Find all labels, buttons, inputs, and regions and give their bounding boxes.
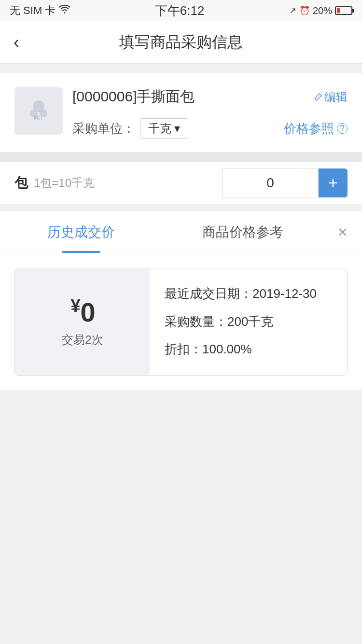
price-number: 0	[80, 296, 94, 327]
quantity-plus-button[interactable]: +	[319, 168, 348, 197]
product-name-row: [0000006]手撕面包 编辑	[72, 87, 348, 107]
page-title: 填写商品采购信息	[119, 32, 243, 53]
product-full-name: [0000006]手撕面包	[72, 87, 195, 107]
history-price-section: ¥0 交易2次	[15, 268, 150, 375]
status-time: 下午6:12	[155, 2, 205, 19]
price-ref-label: 价格参照	[284, 120, 334, 137]
last-trade-date-label: 最近成交日期：	[165, 286, 252, 301]
quantity-control: +	[222, 168, 348, 197]
wifi-icon	[59, 4, 70, 17]
product-info: [0000006]手撕面包 编辑 采购单位： 千克 ▾ 价格参照 ?	[72, 87, 348, 139]
history-details-section: 最近成交日期：2019-12-30 采购数量：200千克 折扣：100.00%	[150, 268, 347, 375]
history-price-value: ¥0	[70, 296, 94, 328]
tab-product-price-ref[interactable]: 商品价格参考	[162, 211, 323, 253]
edit-button[interactable]: 编辑	[314, 89, 348, 105]
alarm-icon: ⏰	[299, 5, 310, 16]
discount-row: 折扣：100.00%	[165, 339, 333, 360]
status-bar: 无 SIM 卡 下午6:12 ↗ ⏰ 20%	[0, 0, 362, 21]
product-image: 鲜汁	[14, 87, 63, 135]
tab-history-price[interactable]: 历史成交价	[0, 211, 162, 253]
tabs-header: 历史成交价 商品价格参考 ×	[0, 211, 362, 253]
history-trade-count: 交易2次	[62, 332, 103, 348]
last-trade-date-row: 最近成交日期：2019-12-30	[165, 284, 333, 304]
main-background	[0, 390, 362, 644]
quantity-unit-tag: 包	[14, 174, 28, 192]
carrier-text: 无 SIM 卡	[10, 3, 56, 18]
purchase-quantity-label: 采购数量：	[165, 314, 227, 329]
status-right: ↗ ⏰ 20%	[289, 5, 352, 16]
page-header: ‹ 填写商品采购信息	[0, 21, 362, 64]
chevron-down-icon: ▾	[174, 122, 180, 135]
svg-text:鲜汁: 鲜汁	[34, 115, 43, 120]
battery-percent: 20%	[313, 5, 332, 16]
purchase-quantity-row: 采购数量：200千克	[165, 312, 333, 332]
status-carrier: 无 SIM 卡	[10, 3, 70, 18]
history-content: ¥0 交易2次 最近成交日期：2019-12-30 采购数量：200千克 折扣：…	[0, 253, 362, 390]
purchase-quantity-value: 200千克	[227, 314, 273, 329]
tab-history-price-label: 历史成交价	[47, 223, 115, 241]
unit-value: 千克	[148, 121, 171, 136]
help-icon: ?	[337, 123, 348, 134]
quantity-label: 包 1包=10千克	[14, 174, 95, 192]
yuan-symbol: ¥	[70, 296, 79, 316]
tab-close-button[interactable]: ×	[323, 223, 362, 241]
location-icon: ↗	[289, 5, 296, 16]
section-divider	[0, 152, 362, 162]
unit-select-dropdown[interactable]: 千克 ▾	[140, 118, 188, 139]
quantity-input[interactable]	[222, 168, 319, 197]
discount-label: 折扣：	[165, 342, 202, 356]
quantity-row: 包 1包=10千克 +	[0, 162, 362, 204]
product-card: 鲜汁 [0000006]手撕面包 编辑 采购单位： 千克 ▾ 价格参照	[0, 73, 362, 152]
back-button[interactable]: ‹	[14, 32, 19, 53]
tabs-panel: 历史成交价 商品价格参考 × ¥0 交易2次 最近成交日期：2019-12-30…	[0, 211, 362, 390]
tab-product-price-ref-label: 商品价格参考	[202, 223, 283, 241]
battery-icon	[335, 6, 352, 15]
discount-value: 100.00%	[202, 342, 252, 356]
last-trade-date-value: 2019-12-30	[252, 286, 317, 301]
quantity-unit-ratio: 1包=10千克	[34, 175, 95, 191]
purchase-unit-left: 采购单位： 千克 ▾	[72, 118, 188, 139]
purchase-unit-row: 采购单位： 千克 ▾ 价格参照 ?	[72, 118, 348, 139]
price-ref-button[interactable]: 价格参照 ?	[284, 120, 348, 137]
history-card: ¥0 交易2次 最近成交日期：2019-12-30 采购数量：200千克 折扣：…	[14, 268, 348, 376]
tab-active-underline	[62, 251, 100, 253]
purchase-unit-label: 采购单位：	[72, 120, 135, 137]
edit-label: 编辑	[324, 89, 348, 105]
